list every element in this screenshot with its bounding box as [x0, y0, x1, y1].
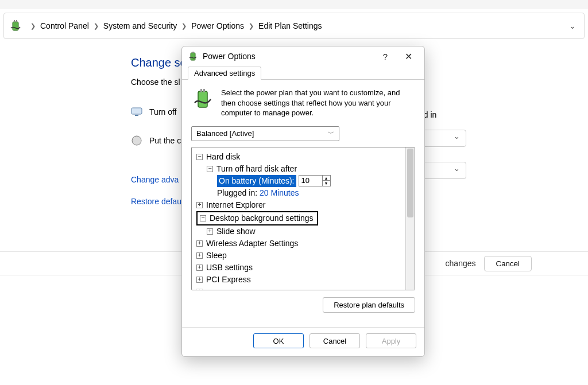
- breadcrumb-bar[interactable]: ❯ Control Panel ❯ System and Security ❯ …: [3, 13, 585, 39]
- dialog-body: Select the power plan that you want to c…: [182, 80, 424, 327]
- tree-turn-off-hdd-after[interactable]: −Turn off hard disk after: [196, 163, 403, 175]
- close-button[interactable]: ✕: [397, 51, 420, 62]
- tree-pci-express[interactable]: +PCI Express: [196, 274, 403, 286]
- tree-desktop-background-settings[interactable]: −Desktop background settings: [196, 211, 403, 225]
- expand-icon[interactable]: +: [196, 277, 203, 283]
- save-changes-button-peek[interactable]: changes: [446, 259, 476, 268]
- settings-tree: −Hard disk −Turn off hard disk after On …: [191, 147, 415, 290]
- battery-large-icon: [191, 88, 214, 111]
- svg-rect-11: [203, 89, 205, 92]
- svg-rect-2: [16, 20, 17, 22]
- chevron-right-icon: ❯: [249, 22, 254, 30]
- tree-on-battery-label: On battery (Minutes):: [217, 175, 296, 187]
- power-plan-select[interactable]: Balanced [Active] ﹀: [191, 126, 339, 141]
- dialog-title: Power Options: [203, 52, 256, 61]
- dropdown-peek-1[interactable]: [419, 130, 466, 147]
- breadcrumb-item[interactable]: Power Options: [191, 21, 244, 30]
- svg-rect-6: [191, 53, 195, 60]
- tree-on-battery[interactable]: On battery (Minutes): 10 ▲▼: [196, 175, 403, 187]
- expand-icon[interactable]: +: [196, 289, 203, 290]
- tree-internet-explorer[interactable]: +Internet Explorer: [196, 199, 403, 211]
- chevron-down-icon: ﹀: [328, 129, 334, 138]
- highlighted-tree-item: −Desktop background settings: [196, 211, 318, 225]
- dialog-tabs: Advanced settings: [182, 66, 424, 80]
- tab-advanced-settings[interactable]: Advanced settings: [188, 67, 261, 80]
- tree-scrollbar[interactable]: [405, 147, 415, 290]
- expand-icon[interactable]: +: [196, 265, 203, 271]
- breadcrumb-item[interactable]: Edit Plan Settings: [258, 21, 322, 30]
- svg-rect-3: [131, 108, 142, 114]
- tree-slideshow[interactable]: +Slide show: [196, 225, 403, 238]
- svg-rect-7: [192, 52, 193, 53]
- on-battery-minutes-input[interactable]: 10 ▲▼: [299, 175, 331, 186]
- dialog-intro-text: Select the power plan that you want to c…: [221, 88, 415, 118]
- spin-up-icon[interactable]: ▲: [323, 176, 330, 181]
- on-battery-minutes-value[interactable]: 10: [299, 175, 322, 186]
- restore-plan-defaults-button[interactable]: Restore plan defaults: [323, 297, 415, 313]
- scrollbar-thumb[interactable]: [407, 149, 413, 217]
- sleep-label: Put the c: [149, 136, 181, 145]
- settings-tree-inner[interactable]: −Hard disk −Turn off hard disk after On …: [192, 147, 405, 290]
- collapse-icon[interactable]: −: [207, 166, 213, 172]
- tree-processor-power-mgmt[interactable]: +Processor power management: [196, 286, 403, 290]
- moon-icon: [131, 135, 142, 146]
- power-plan-selected-value: Balanced [Active]: [196, 129, 254, 138]
- collapse-icon[interactable]: −: [200, 215, 206, 221]
- spin-down-icon[interactable]: ▼: [323, 181, 330, 186]
- expand-icon[interactable]: +: [196, 240, 203, 247]
- tree-wireless-adapter[interactable]: +Wireless Adapter Settings: [196, 238, 403, 250]
- svg-rect-4: [135, 115, 138, 116]
- dropdown-peek-2[interactable]: [419, 162, 466, 179]
- power-options-dialog: Power Options ? ✕ Advanced settings Sele…: [181, 46, 425, 357]
- expand-icon[interactable]: +: [207, 228, 213, 235]
- collapse-icon[interactable]: −: [196, 154, 203, 160]
- page-cancel-button[interactable]: Cancel: [484, 256, 532, 271]
- apply-button[interactable]: Apply: [366, 333, 416, 348]
- spinner[interactable]: ▲▼: [322, 176, 330, 186]
- plugged-in-value-link[interactable]: 20 Minutes: [260, 187, 299, 199]
- power-plan-icon: [9, 19, 22, 33]
- svg-rect-8: [194, 52, 195, 53]
- tree-sleep[interactable]: +Sleep: [196, 250, 403, 262]
- chevron-right-icon: ❯: [94, 22, 99, 30]
- expand-icon[interactable]: +: [196, 252, 203, 259]
- breadcrumb-item[interactable]: System and Security: [103, 21, 177, 30]
- dialog-footer: OK Cancel Apply: [182, 327, 424, 356]
- tree-hard-disk[interactable]: −Hard disk: [196, 151, 403, 163]
- svg-rect-9: [198, 91, 207, 107]
- svg-rect-1: [14, 20, 15, 22]
- ok-button[interactable]: OK: [253, 333, 304, 348]
- chevron-down-icon[interactable]: ⌄: [569, 21, 576, 30]
- dialog-intro: Select the power plan that you want to c…: [191, 88, 415, 118]
- svg-point-5: [132, 136, 141, 145]
- window-topbar: [0, 0, 588, 9]
- svg-rect-0: [13, 22, 18, 30]
- chevron-right-icon: ❯: [30, 22, 36, 30]
- tree-usb-settings[interactable]: +USB settings: [196, 262, 403, 274]
- chevron-right-icon: ❯: [181, 22, 187, 30]
- background-partial: ed in: [419, 110, 466, 179]
- tree-plugged-in[interactable]: Plugged in: 20 Minutes: [196, 187, 403, 199]
- monitor-icon: [131, 106, 142, 118]
- cancel-button[interactable]: Cancel: [310, 333, 360, 348]
- help-button[interactable]: ?: [374, 52, 397, 61]
- dialog-titlebar[interactable]: Power Options ? ✕: [182, 46, 424, 66]
- battery-icon: [188, 51, 198, 61]
- plugged-in-peek-label: ed in: [419, 110, 466, 119]
- svg-rect-10: [200, 89, 202, 92]
- expand-icon[interactable]: +: [196, 202, 203, 208]
- turn-off-display-label: Turn off: [149, 107, 176, 116]
- breadcrumb-item[interactable]: Control Panel: [40, 21, 89, 30]
